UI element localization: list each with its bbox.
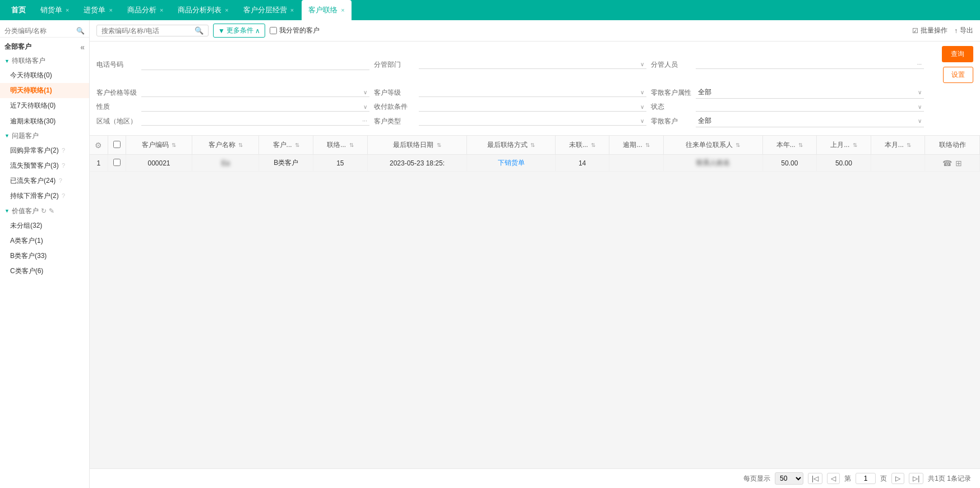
value-customers-edit[interactable]: ✎ bbox=[49, 207, 54, 215]
phone-action-icon[interactable]: ☎ bbox=[942, 159, 952, 168]
sidebar-item-tomorrow[interactable]: 明天待联络(1) bbox=[0, 83, 89, 98]
sort-icon-date[interactable]: ⇅ bbox=[437, 142, 441, 148]
th-overdue[interactable]: 逾期... ⇅ bbox=[609, 136, 664, 155]
filter-status-select[interactable]: ∨ bbox=[696, 103, 924, 112]
th-code[interactable]: 客户编码 ⇅ bbox=[126, 136, 192, 155]
per-page-select[interactable]: 50 100 200 bbox=[775, 472, 803, 485]
filter-panel: 电话号码 分管部门 ∨ 分管人员 ··· bbox=[90, 42, 980, 136]
th-last-date[interactable]: 最后联络日期 ⇅ bbox=[367, 136, 467, 155]
group-problem-customers[interactable]: 问题客户 bbox=[0, 129, 89, 143]
th-last-method[interactable]: 最后联络方式 ⇅ bbox=[467, 136, 555, 155]
sort-icon-type[interactable]: ⇅ bbox=[295, 142, 299, 148]
sort-icon-year[interactable]: ⇅ bbox=[798, 142, 803, 148]
th-this-month[interactable]: 本月... ⇅ bbox=[871, 136, 925, 155]
sort-icon-contact[interactable]: ⇅ bbox=[349, 142, 354, 148]
sort-icon-tmonth[interactable]: ⇅ bbox=[907, 142, 911, 148]
value-customers-refresh[interactable]: ↻ bbox=[41, 207, 47, 215]
td-this-year: 50.00 bbox=[762, 155, 817, 172]
sort-icon-lmonth[interactable]: ⇅ bbox=[853, 142, 857, 148]
sidebar-item-typeA[interactable]: A类客户(1) bbox=[0, 233, 89, 248]
sidebar-item-declining[interactable]: 持续下滑客户(2) ? bbox=[0, 188, 89, 204]
nav-close-analysis[interactable]: × bbox=[160, 7, 163, 13]
nav-close-analysis-list[interactable]: × bbox=[225, 7, 228, 13]
group-pending-contact[interactable]: 待联络客户 bbox=[0, 54, 89, 68]
grid-action-icon[interactable]: ⊞ bbox=[955, 159, 962, 168]
sidebar-item-lost[interactable]: 已流失客户(24) ? bbox=[0, 173, 89, 188]
first-page-button[interactable]: |◁ bbox=[808, 473, 822, 484]
td-last-method[interactable]: 下销货单 bbox=[467, 155, 555, 172]
filter-payment-select[interactable]: ∨ bbox=[419, 103, 647, 112]
th-name[interactable]: 客户名称 ⇅ bbox=[192, 136, 259, 155]
sort-icon-overdue[interactable]: ⇅ bbox=[645, 142, 650, 148]
filter-manager-select[interactable]: ··· bbox=[696, 60, 924, 69]
row-checkbox[interactable] bbox=[113, 159, 121, 166]
nav-close-sales[interactable]: × bbox=[66, 7, 69, 13]
all-customers-header[interactable]: 全部客户 « bbox=[0, 40, 89, 54]
filter-retail-attr-label: 零散客户属性 bbox=[651, 88, 696, 98]
nav-close-purchase[interactable]: × bbox=[109, 7, 112, 13]
th-last-month[interactable]: 上月... ⇅ bbox=[817, 136, 871, 155]
sidebar-search-icon[interactable]: 🔍 bbox=[76, 27, 85, 35]
nav-sales[interactable]: 销货单 × bbox=[34, 0, 76, 20]
filter-retail-customer-select[interactable]: 全部 ∨ bbox=[696, 115, 924, 127]
nav-close-customer-tier[interactable]: × bbox=[290, 7, 294, 13]
nav-customer-contact[interactable]: 客户联络 × bbox=[302, 0, 351, 20]
filter-phone-input[interactable] bbox=[141, 59, 369, 70]
prev-page-button[interactable]: ◁ bbox=[827, 473, 840, 484]
more-filter-button[interactable]: ▼ 更多条件 ∧ bbox=[213, 24, 265, 38]
batch-op-button[interactable]: ☑ 批量操作 bbox=[912, 26, 947, 35]
th-this-year[interactable]: 本年... ⇅ bbox=[762, 136, 817, 155]
setting-button[interactable]: 设置 bbox=[943, 67, 973, 83]
nav-analysis-list[interactable]: 商品分析列表 × bbox=[171, 0, 235, 20]
nav-customer-tier[interactable]: 客户分层经营 × bbox=[237, 0, 301, 20]
my-customers-checkbox-label[interactable]: 我分管的客户 bbox=[270, 26, 320, 35]
next-page-button[interactable]: ▷ bbox=[891, 473, 904, 484]
sidebar-item-typeC[interactable]: C类客户(6) bbox=[0, 264, 89, 279]
sidebar-item-abnormal[interactable]: 回购异常客户(2) ? bbox=[0, 143, 89, 158]
nav-analysis[interactable]: 商品分析 × bbox=[121, 0, 170, 20]
sort-icon-not-contacted[interactable]: ⇅ bbox=[591, 142, 595, 148]
sidebar-item-today[interactable]: 今天待联络(0) bbox=[0, 68, 89, 83]
filter-customer-grade-select[interactable]: ∨ bbox=[419, 88, 647, 97]
th-not-contacted[interactable]: 未联... ⇅ bbox=[555, 136, 609, 155]
nav-purchase[interactable]: 进货单 × bbox=[77, 0, 119, 20]
search-button[interactable]: 🔍 bbox=[195, 26, 204, 35]
sort-icon-name[interactable]: ⇅ bbox=[238, 142, 243, 148]
sidebar-item-overdue[interactable]: 逾期未联络(30) bbox=[0, 114, 89, 129]
filter-nature-select[interactable]: ∨ bbox=[141, 103, 369, 112]
sidebar-item-week[interactable]: 近7天待联络(0) bbox=[0, 98, 89, 113]
gear-icon[interactable]: ⚙ bbox=[95, 141, 102, 150]
th-contact-person[interactable]: 往来单位联系人 ⇅ bbox=[663, 136, 762, 155]
sidebar-search-input[interactable] bbox=[4, 27, 76, 35]
search-input[interactable] bbox=[101, 27, 195, 35]
sidebar-item-ungroup[interactable]: 未分组(32) bbox=[0, 218, 89, 233]
nav-home[interactable]: 首页 bbox=[4, 0, 33, 20]
select-all-checkbox[interactable] bbox=[113, 141, 121, 148]
page-num-input[interactable] bbox=[856, 473, 876, 484]
my-customers-checkbox[interactable] bbox=[270, 27, 277, 34]
td-checkbox[interactable] bbox=[108, 155, 126, 172]
filter-customer-type-select[interactable]: ∨ bbox=[419, 117, 647, 126]
sort-icon-person[interactable]: ⇅ bbox=[736, 142, 740, 148]
filter-price-grade-select[interactable]: ∨ bbox=[141, 88, 369, 97]
filter-btn-group: 查询 设置 bbox=[928, 46, 973, 83]
filter-retail-attr-select[interactable]: 全部 ∨ bbox=[696, 86, 924, 99]
filter-region-select[interactable]: ··· bbox=[141, 117, 369, 126]
th-checkbox[interactable] bbox=[108, 136, 126, 155]
query-button[interactable]: 查询 bbox=[942, 46, 973, 62]
group-value-customers[interactable]: 价值客户 ↻ ✎ bbox=[0, 204, 89, 218]
sort-icon-method[interactable]: ⇅ bbox=[530, 142, 535, 148]
sidebar-item-warning[interactable]: 流失预警客户(3) ? bbox=[0, 158, 89, 173]
last-page-button[interactable]: ▷| bbox=[909, 473, 923, 484]
sidebar-item-typeB[interactable]: B类客户(33) bbox=[0, 248, 89, 264]
sort-icon-code[interactable]: ⇅ bbox=[172, 142, 176, 148]
collapse-icon[interactable]: « bbox=[80, 43, 85, 52]
th-contact-num[interactable]: 联络... ⇅ bbox=[313, 136, 368, 155]
td-contact-person: 联系人姓名 bbox=[663, 155, 762, 172]
nav-close-customer-contact[interactable]: × bbox=[341, 7, 344, 13]
th-settings[interactable]: ⚙ bbox=[90, 136, 108, 155]
export-button[interactable]: ↑ 导出 bbox=[954, 26, 973, 35]
td-index: 1 bbox=[90, 155, 108, 172]
th-type[interactable]: 客户... ⇅ bbox=[259, 136, 313, 155]
filter-dept-select[interactable]: ∨ bbox=[419, 60, 647, 69]
